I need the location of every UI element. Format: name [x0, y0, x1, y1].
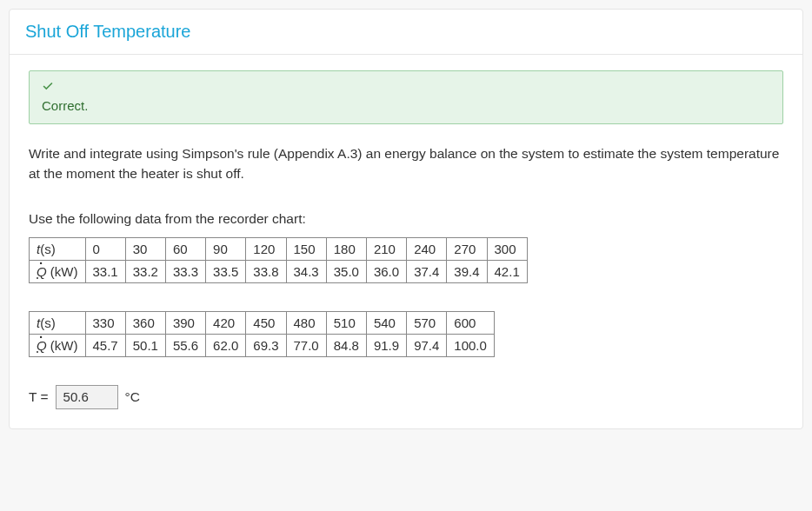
data-cell: 33.3	[165, 260, 205, 282]
data-cell: 100.0	[447, 334, 495, 356]
answer-unit: °C	[125, 389, 140, 405]
card-body: Correct. Write and integrate using Simps…	[10, 55, 802, 428]
data-cell: 390	[165, 311, 205, 334]
card-header: Shut Off Temperature	[10, 10, 802, 55]
data-cell: 330	[85, 311, 125, 334]
table-row: t(s) 0 30 60 90 120 150 180 210 240 270 …	[30, 237, 528, 260]
data-cell: 69.3	[246, 334, 286, 356]
data-cell: 570	[407, 311, 447, 334]
row-label-q: Q (kW)	[30, 334, 86, 356]
alert-text: Correct.	[42, 98, 770, 113]
answer-row: T = °C	[29, 385, 783, 409]
data-cell: 39.4	[447, 260, 487, 282]
row-label-t: t(s)	[30, 311, 86, 334]
data-cell: 77.0	[286, 334, 326, 356]
check-icon	[42, 80, 54, 95]
data-cell: 540	[366, 311, 406, 334]
data-cell: 30	[125, 237, 165, 260]
temperature-input[interactable]	[56, 385, 118, 409]
table-row: Q (kW) 45.7 50.1 55.6 62.0 69.3 77.0 84.…	[30, 334, 495, 356]
data-cell: 91.9	[366, 334, 406, 356]
data-cell: 210	[366, 237, 406, 260]
data-cell: 45.7	[85, 334, 125, 356]
data-cell: 35.0	[326, 260, 366, 282]
data-cell: 240	[407, 237, 447, 260]
data-cell: 480	[286, 311, 326, 334]
data-cell: 300	[487, 237, 527, 260]
data-cell: 420	[206, 311, 246, 334]
data-cell: 34.3	[286, 260, 326, 282]
data-cell: 180	[326, 237, 366, 260]
data-cell: 55.6	[165, 334, 205, 356]
data-cell: 84.8	[326, 334, 366, 356]
data-cell: 450	[246, 311, 286, 334]
data-cell: 97.4	[407, 334, 447, 356]
data-table-1: t(s) 0 30 60 90 120 150 180 210 240 270 …	[29, 237, 528, 283]
data-cell: 60	[165, 237, 205, 260]
data-cell: 42.1	[487, 260, 527, 282]
question-prompt: Write and integrate using Simpson's rule…	[29, 143, 783, 184]
data-cell: 90	[206, 237, 246, 260]
page-title: Shut Off Temperature	[25, 22, 787, 42]
data-cell: 270	[447, 237, 487, 260]
table-row: t(s) 330 360 390 420 450 480 510 540 570…	[30, 311, 495, 334]
answer-prefix: T =	[29, 389, 49, 405]
data-heading: Use the following data from the recorder…	[29, 209, 783, 229]
table-row: Q (kW) 33.1 33.2 33.3 33.5 33.8 34.3 35.…	[30, 260, 528, 282]
data-cell: 33.1	[85, 260, 125, 282]
question-card: Shut Off Temperature Correct. Write and …	[9, 9, 803, 429]
data-cell: 37.4	[407, 260, 447, 282]
data-cell: 0	[85, 237, 125, 260]
data-table-2: t(s) 330 360 390 420 450 480 510 540 570…	[29, 311, 495, 357]
data-cell: 36.0	[366, 260, 406, 282]
data-cell: 62.0	[206, 334, 246, 356]
data-cell: 33.5	[206, 260, 246, 282]
data-cell: 120	[246, 237, 286, 260]
alert-correct: Correct.	[29, 70, 783, 124]
row-label-t: t(s)	[30, 237, 86, 260]
data-cell: 600	[447, 311, 495, 334]
data-cell: 33.2	[125, 260, 165, 282]
data-cell: 150	[286, 237, 326, 260]
data-cell: 50.1	[125, 334, 165, 356]
data-cell: 360	[125, 311, 165, 334]
data-cell: 510	[326, 311, 366, 334]
row-label-q: Q (kW)	[30, 260, 86, 282]
data-cell: 33.8	[246, 260, 286, 282]
